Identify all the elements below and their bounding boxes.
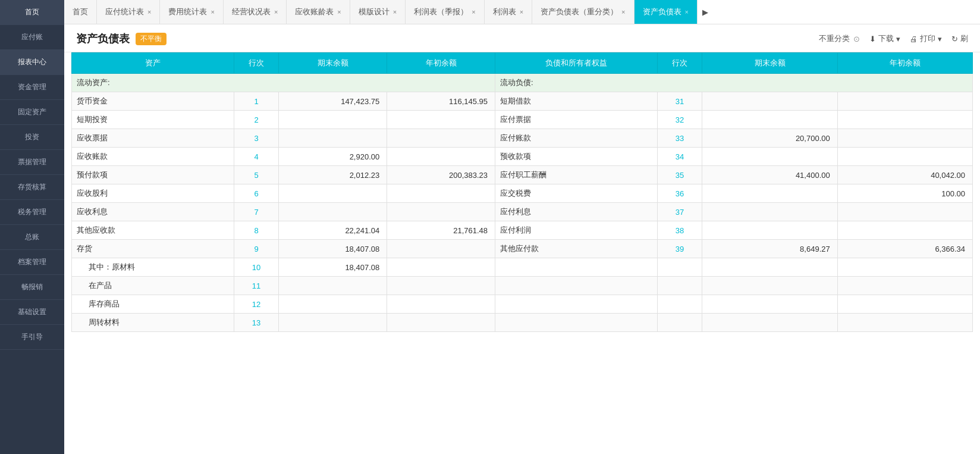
tab-scroll-right[interactable]: ▶: [698, 0, 713, 24]
table-row[interactable]: 存货 9 18,407.08 其他应付款 39 8,649.27 6,366.3…: [72, 240, 973, 258]
sidebar-item-ledger[interactable]: 总账: [0, 225, 64, 250]
liability-row-number: [657, 295, 702, 314]
row-number: 1: [234, 92, 279, 111]
end-balance: [279, 295, 387, 314]
table-row[interactable]: 其中：原材料 10 18,407.08: [72, 258, 973, 277]
row-number: 3: [234, 129, 279, 148]
sidebar-item-basic-settings[interactable]: 基础设置: [0, 300, 64, 325]
content-area: 资产负债表 不平衡 不重分类 ⊙ ⬇ 下载 ▾ 🖨 打印 ▾: [64, 24, 980, 454]
liability-end-balance: [702, 295, 837, 314]
end-balance: [279, 129, 387, 148]
refresh-icon: ↻: [951, 35, 958, 43]
liability-end-balance: [702, 258, 837, 277]
sidebar-item-inventory-calc[interactable]: 存货核算: [0, 175, 64, 200]
tab-bar: 首页 应付统计表 × 费用统计表 × 经营状况表 × 应收账龄表 × 模版设计 …: [64, 0, 980, 24]
sidebar-item-report-center[interactable]: 报表中心: [0, 50, 64, 75]
table-row[interactable]: 短期投资 2 应付票据 32: [72, 111, 973, 129]
header-end-balance2: 期末余额: [702, 53, 837, 74]
row-number: 5: [234, 166, 279, 184]
print-button[interactable]: 🖨 打印 ▾: [910, 33, 942, 44]
tab-operations-report[interactable]: 经营状况表 ×: [224, 0, 287, 24]
close-tab-operations-report[interactable]: ×: [274, 8, 278, 15]
table-row[interactable]: 应收股利 6 应交税费 36 100.00: [72, 184, 973, 203]
table-row[interactable]: 其他应收款 8 22,241.04 21,761.48 应付利润 38: [72, 221, 973, 240]
tab-accounts-payable-stat[interactable]: 应付统计表 ×: [97, 0, 160, 24]
row-number: 9: [234, 240, 279, 258]
year-start-balance: 200,383.23: [387, 166, 495, 184]
tab-home[interactable]: 首页: [64, 0, 97, 24]
liability-year-start-balance: [837, 221, 972, 240]
liability-label: 应付利润: [495, 221, 658, 240]
liability-end-balance: 20,700.00: [702, 129, 837, 148]
liability-row-number: [657, 277, 702, 295]
sidebar-item-ticket-management[interactable]: 票据管理: [0, 150, 64, 175]
tab-profit-quarterly[interactable]: 利润表（季报） ×: [406, 0, 484, 24]
liability-end-balance: 41,400.00: [702, 166, 837, 184]
table-row[interactable]: 货币资金 1 147,423.75 116,145.95 短期借款 31: [72, 92, 973, 111]
liability-row-number: 33: [657, 129, 702, 148]
table-row[interactable]: 应收利息 7 应付利息 37: [72, 203, 973, 221]
chevron-down-icon: ▾: [896, 35, 900, 43]
year-start-balance: [387, 148, 495, 166]
sidebar-item-fund-management[interactable]: 资金管理: [0, 75, 64, 100]
asset-label: 应收股利: [72, 184, 234, 203]
table-header-row: 资产 行次 期末余额 年初余额 负债和所有者权益 行次 期末余额 年初余额: [72, 53, 973, 74]
sidebar-item-investment[interactable]: 投资: [0, 125, 64, 150]
tab-expense-stat[interactable]: 费用统计表 ×: [160, 0, 223, 24]
liability-year-start-balance: [837, 111, 972, 129]
row-number: 11: [234, 277, 279, 295]
year-start-balance: 116,145.95: [387, 92, 495, 111]
sidebar-item-archive-management[interactable]: 档案管理: [0, 250, 64, 275]
close-tab-template-design[interactable]: ×: [393, 8, 397, 15]
year-start-balance: 21,761.48: [387, 221, 495, 240]
close-tab-balance-sheet[interactable]: ×: [685, 8, 689, 15]
no-reclassify-button[interactable]: 不重分类 ⊙: [819, 33, 860, 44]
close-tab-profit[interactable]: ×: [520, 8, 523, 15]
tab-balance-sheet[interactable]: 资产负债表 ×: [635, 0, 698, 24]
table-row[interactable]: 预付款项 5 2,012.23 200,383.23 应付职工薪酬 35 41,…: [72, 166, 973, 184]
category-liability-label: 流动负债:: [495, 74, 973, 92]
tab-profit[interactable]: 利润表 ×: [485, 0, 532, 24]
close-tab-profit-quarterly[interactable]: ×: [472, 8, 475, 15]
sidebar: 首页 应付账 报表中心 资金管理 固定资产 投资 票据管理 存货核算 税务管理 …: [0, 0, 64, 454]
table-row[interactable]: 库存商品 12: [72, 295, 973, 314]
tab-balance-reclassified[interactable]: 资产负债表（重分类） ×: [532, 0, 634, 24]
close-tab-accounts-payable-stat[interactable]: ×: [147, 8, 151, 15]
asset-label: 应收票据: [72, 129, 234, 148]
liability-label: [495, 258, 658, 277]
sidebar-item-sales[interactable]: 畅报销: [0, 275, 64, 300]
header-end-balance: 期末余额: [279, 53, 387, 74]
liability-year-start-balance: 40,042.00: [837, 166, 972, 184]
year-start-balance: [387, 111, 495, 129]
table-row-category: 流动资产: 流动负债:: [72, 74, 973, 92]
table-row[interactable]: 周转材料 13: [72, 314, 973, 332]
end-balance: 2,012.23: [279, 166, 387, 184]
balance-sheet-table: 资产 行次 期末余额 年初余额 负债和所有者权益 行次 期末余额 年初余额 流动…: [71, 52, 973, 332]
liability-label: 应付职工薪酬: [495, 166, 658, 184]
liability-end-balance: [702, 184, 837, 203]
sidebar-item-home[interactable]: 首页: [0, 0, 64, 25]
sidebar-item-fixed-assets[interactable]: 固定资产: [0, 100, 64, 125]
liability-label: 应付账款: [495, 129, 658, 148]
refresh-button[interactable]: ↻ 刷: [951, 33, 968, 44]
tab-template-design[interactable]: 模版设计 ×: [350, 0, 406, 24]
table-row[interactable]: 应收票据 3 应付账款 33 20,700.00: [72, 129, 973, 148]
sidebar-item-accounts-payable[interactable]: 应付账: [0, 25, 64, 50]
row-number: 4: [234, 148, 279, 166]
close-tab-expense-stat[interactable]: ×: [211, 8, 214, 15]
year-start-balance: [387, 240, 495, 258]
sidebar-item-assistant[interactable]: 手引导: [0, 325, 64, 350]
close-tab-balance-reclassified[interactable]: ×: [621, 8, 625, 15]
sidebar-item-tax-management[interactable]: 税务管理: [0, 200, 64, 225]
liability-year-start-balance: [837, 129, 972, 148]
liability-end-balance: [702, 277, 837, 295]
year-start-balance: [387, 314, 495, 332]
asset-label: 存货: [72, 240, 234, 258]
row-number: 10: [234, 258, 279, 277]
download-button[interactable]: ⬇ 下载 ▾: [869, 33, 900, 44]
page-title-area: 资产负债表 不平衡: [76, 32, 167, 46]
table-row[interactable]: 应收账款 4 2,920.00 预收款项 34: [72, 148, 973, 166]
close-tab-ar-aging[interactable]: ×: [337, 8, 341, 15]
tab-ar-aging[interactable]: 应收账龄表 ×: [287, 0, 350, 24]
table-row[interactable]: 在产品 11: [72, 277, 973, 295]
